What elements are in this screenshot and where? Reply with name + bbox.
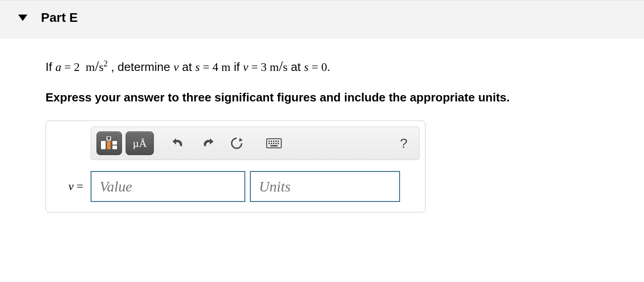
reset-button[interactable] <box>224 131 249 155</box>
svg-rect-15 <box>273 143 274 144</box>
svg-rect-17 <box>278 143 279 144</box>
q-unit-a-den: s <box>99 60 103 74</box>
svg-rect-8 <box>269 141 270 142</box>
q-mid2: at <box>179 60 195 74</box>
svg-rect-14 <box>271 143 272 144</box>
q-var-v2: v <box>243 60 248 74</box>
q-slash2: / <box>279 58 283 74</box>
part-title: Part E <box>41 10 78 25</box>
keyboard-icon <box>266 138 282 148</box>
q-mid4: at <box>288 60 304 74</box>
q-mid3: if <box>230 60 243 74</box>
redo-icon <box>201 136 214 150</box>
undo-button[interactable] <box>166 131 191 155</box>
collapse-toggle-icon[interactable] <box>18 15 27 21</box>
q-eq3: = 3 <box>248 60 269 74</box>
formatting-toolbar: µÅ <box>91 126 420 160</box>
q-unit-a-num: m <box>86 60 95 74</box>
q-prefix: If <box>46 60 56 74</box>
svg-rect-16 <box>275 143 277 144</box>
templates-button[interactable] <box>96 131 122 155</box>
svg-rect-6 <box>112 146 117 149</box>
svg-rect-10 <box>273 141 274 142</box>
instruction-text: Express your answer to three significant… <box>46 91 644 105</box>
var-label-eq: = <box>74 180 83 193</box>
q-var-v: v <box>173 60 179 74</box>
question-text: If a = 2 m/s2 , determine v at s = 4 m i… <box>46 55 644 78</box>
svg-rect-3 <box>107 137 110 140</box>
keyboard-button[interactable] <box>261 131 287 155</box>
undo-icon <box>172 136 185 150</box>
svg-rect-13 <box>269 143 270 144</box>
svg-rect-0 <box>101 141 106 149</box>
q-unit-a-exp: 2 <box>104 59 108 68</box>
mua-label: µÅ <box>132 137 147 150</box>
svg-rect-12 <box>278 141 279 142</box>
svg-rect-11 <box>275 141 277 142</box>
q-unit-ms-num: m <box>270 60 279 74</box>
q-unit-m1: m <box>221 60 230 74</box>
svg-rect-18 <box>270 145 278 146</box>
q-var-s: s <box>195 60 200 74</box>
reset-icon <box>230 136 243 150</box>
content-area: If a = 2 m/s2 , determine v at s = 4 m i… <box>0 39 644 212</box>
variable-label: v = <box>54 180 86 193</box>
q-mid1: , determine <box>108 60 174 74</box>
answer-panel: µÅ <box>46 121 426 212</box>
q-unit-ms-den: s <box>283 60 288 74</box>
q-var-s2: s <box>304 60 309 74</box>
var-label-var: v <box>68 180 74 193</box>
svg-rect-5 <box>112 141 117 145</box>
help-label: ? <box>400 136 408 151</box>
redo-button[interactable] <box>195 131 220 155</box>
q-eq2: = 4 <box>200 60 221 74</box>
part-header: Part E <box>0 0 644 39</box>
answer-input-row: v = <box>51 168 420 206</box>
special-characters-button[interactable]: µÅ <box>126 131 154 155</box>
templates-icon <box>101 136 117 150</box>
value-input[interactable] <box>91 171 245 202</box>
svg-rect-4 <box>107 141 111 149</box>
units-input[interactable] <box>250 171 400 202</box>
q-eq1: = 2 <box>61 60 86 74</box>
svg-rect-9 <box>271 141 272 142</box>
q-eq4: = 0. <box>309 60 330 74</box>
help-button[interactable]: ? <box>394 131 414 155</box>
q-var-a: a <box>56 60 61 74</box>
